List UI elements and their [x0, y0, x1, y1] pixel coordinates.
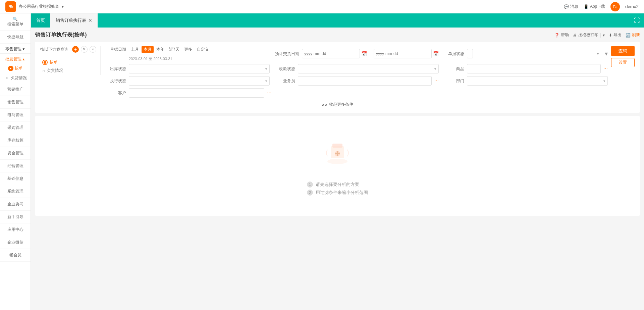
- refresh-btn[interactable]: 🔄 刷新: [626, 32, 640, 38]
- collapse-button[interactable]: ∧∧ 收起更多条件: [318, 100, 357, 109]
- cal-to-icon[interactable]: 📅: [433, 51, 439, 56]
- sidebar-item-finance[interactable]: 资金管理: [0, 147, 31, 160]
- expected-date-to[interactable]: [374, 49, 432, 58]
- sidebar-item-operation[interactable]: 经营管理: [0, 160, 31, 172]
- date-tab-上月[interactable]: 上月: [129, 46, 141, 53]
- salesperson-label: 业务员: [275, 78, 295, 84]
- tab-sales-exec[interactable]: 销售订单执行表 ✕: [50, 13, 98, 28]
- salesperson-input[interactable]: [298, 76, 432, 86]
- sidebar-item-wholesale[interactable]: 批发管理 ▲: [0, 54, 31, 63]
- export-btn[interactable]: ⬇ 导出: [609, 32, 622, 38]
- finance-label: 资金管理: [7, 151, 23, 155]
- sidebar-item-wecom[interactable]: 企业微信: [0, 236, 31, 249]
- sidebar-item-system[interactable]: 系统管理: [0, 185, 31, 198]
- scheme-item-按单[interactable]: 按单: [40, 58, 96, 66]
- sidebar-item-basic[interactable]: 基础信息: [0, 172, 31, 185]
- sidebar-item-retail[interactable]: 零售管理 ▼: [0, 44, 31, 53]
- tab-home[interactable]: 首页: [31, 13, 50, 28]
- date-tab-本年[interactable]: 本年: [154, 46, 166, 53]
- refresh-icon: 🔄: [626, 33, 631, 38]
- quicknav-label: 快捷导航: [7, 35, 23, 39]
- sidebar-item-marketing[interactable]: 营销推广: [0, 83, 31, 96]
- tab-close-icon[interactable]: ✕: [88, 18, 92, 23]
- filter-main: 单据日期 上月 本月 本年 近7天 更多 自定义: [101, 46, 608, 98]
- empty-state: 1 请先选择要分析的方案 2 用过滤条件来缩小分析范围: [35, 116, 640, 216]
- app-download-btn[interactable]: 📱 App下载: [584, 4, 605, 9]
- date-tab-本月[interactable]: 本月: [142, 46, 154, 53]
- date-tab-近7天[interactable]: 近7天: [167, 46, 181, 53]
- collapse-label: 收起更多条件: [329, 102, 353, 107]
- empty-tip-1: 1 请先选择要分析的方案: [307, 182, 368, 188]
- settings-button[interactable]: 设置: [611, 58, 635, 67]
- dept-select[interactable]: [467, 76, 608, 86]
- cal-from-icon[interactable]: 📅: [361, 51, 367, 56]
- receipt-select[interactable]: [298, 64, 439, 73]
- divider: [600, 33, 601, 38]
- template-dropdown-icon[interactable]: ▾: [603, 33, 605, 38]
- filter-panel: 按以下方案查询 + ✎ « 按单: [35, 42, 640, 113]
- operation-label: 经营管理: [7, 163, 23, 168]
- status-select-wrapper: [467, 49, 601, 58]
- date-tab-更多[interactable]: 更多: [182, 46, 194, 53]
- status-dropdown-icon[interactable]: ▾: [605, 50, 608, 57]
- refresh-label: 刷新: [632, 32, 640, 38]
- help-btn[interactable]: ❓ 帮助: [554, 32, 569, 38]
- scheme-actions: + ✎ «: [72, 46, 96, 53]
- expected-date-label: 预计交货日期: [275, 51, 299, 57]
- sidebar-item-purchase[interactable]: 采购管理: [0, 121, 31, 134]
- sidebar-item-quicknav[interactable]: 快捷导航: [0, 31, 31, 44]
- product-input[interactable]: [467, 64, 601, 73]
- query-button[interactable]: 查询: [611, 46, 635, 56]
- status-select[interactable]: [467, 49, 473, 58]
- tab-home-label: 首页: [36, 17, 45, 23]
- message-btn[interactable]: 💬 消息: [564, 4, 578, 9]
- app-logo: 畅: [5, 1, 16, 12]
- scheme-add-btn[interactable]: +: [72, 46, 79, 53]
- expected-date-range: 📅 — 📅: [302, 49, 439, 58]
- product-more-btn[interactable]: ···: [603, 66, 608, 71]
- filter-field-salesperson: 业务员 ···: [275, 76, 439, 86]
- app-title: 办公用品行业模拟账套: [19, 4, 59, 9]
- appcenter-label: 应用中心: [7, 227, 23, 232]
- sidebar-item-ecommerce[interactable]: 电商管理: [0, 109, 31, 121]
- logo-text: 畅: [9, 4, 13, 9]
- scheme-edit-btn[interactable]: ✎: [81, 46, 88, 53]
- sidebar-item-member[interactable]: 畅会员: [0, 249, 31, 262]
- sidebar-sub-按单[interactable]: ● 按单: [0, 63, 31, 73]
- date-tab-自定义[interactable]: 自定义: [195, 46, 211, 53]
- scheme-item-欠货情况[interactable]: ○ 欠货情况: [40, 66, 96, 75]
- sidebar-item-sales[interactable]: 销售管理: [0, 96, 31, 109]
- date-sep: —: [368, 51, 372, 56]
- sidebar: 🔍 搜索菜单 快捷导航 零售管理 ▼ 批发管理 ▲ ● 按单 ○ 欠: [0, 13, 31, 310]
- sidebar-search[interactable]: 🔍 搜索菜单: [0, 13, 31, 31]
- outbound-select[interactable]: [129, 64, 270, 73]
- sidebar-sub-欠货情况[interactable]: ○ 欠货情况: [0, 73, 31, 83]
- user-name[interactable]: demo2: [625, 4, 639, 9]
- expected-date-from[interactable]: [302, 49, 360, 58]
- template-print-btn[interactable]: 🖨 按模板打印 ▾: [573, 32, 605, 38]
- salesperson-more-btn[interactable]: ···: [434, 78, 439, 84]
- date-label: 单据日期: [106, 47, 126, 52]
- scheme-欠货情况-label: 欠货情况: [47, 68, 63, 73]
- template-print-label: 按模板打印: [578, 32, 598, 38]
- customer-more-btn[interactable]: ···: [267, 90, 271, 96]
- dept-select-wrapper: [467, 76, 608, 86]
- content-area: 首页 销售订单执行表 ✕ ⛶ 销售订单执行表(按单) ❓ 帮助: [31, 13, 644, 310]
- sidebar-item-appcenter[interactable]: 应用中心: [0, 223, 31, 236]
- receipt-select-wrapper: [298, 64, 439, 73]
- exec-select[interactable]: [129, 76, 270, 86]
- basic-label: 基础信息: [7, 176, 23, 181]
- sidebar-item-inventory[interactable]: 库存核算: [0, 134, 31, 147]
- top-bar: 畅 办公用品行业模拟账套 ▾ 💬 消息 📱 App下载 Ea demo2: [0, 0, 644, 13]
- sidebar-item-enterprise[interactable]: 企业协同: [0, 198, 31, 211]
- tip-2-text: 用过滤条件来缩小分析范围: [316, 190, 368, 196]
- tab-expand-btn[interactable]: ⛶: [630, 13, 644, 28]
- avatar[interactable]: Ea: [610, 2, 620, 11]
- customer-input[interactable]: [129, 88, 264, 98]
- help-icon: ❓: [554, 33, 559, 38]
- sidebar-item-guide[interactable]: 新手引导: [0, 211, 31, 223]
- export-icon: ⬇: [609, 33, 612, 38]
- app-title-dropdown[interactable]: ▾: [62, 4, 64, 9]
- filter-field-customer: 客户 ···: [106, 88, 271, 98]
- scheme-collapse-btn[interactable]: «: [90, 46, 96, 53]
